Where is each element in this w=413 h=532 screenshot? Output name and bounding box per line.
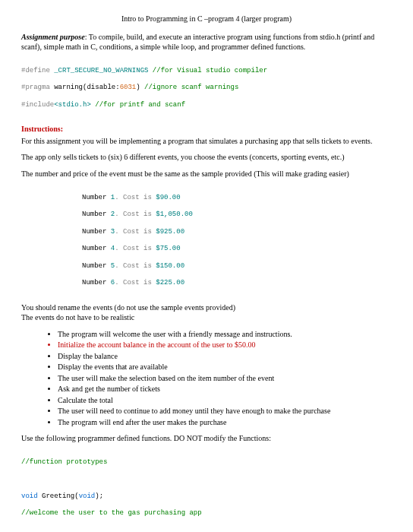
list-item: The program will end after the user make… (58, 417, 392, 428)
pragma-line: #pragma warning(disable:6031) //ignore s… (21, 84, 392, 92)
greeting-c1: //welcome the user to the gas purchasing… (21, 509, 392, 518)
cost-row: Number 5. Cost is $150.00 (82, 262, 392, 271)
include-line: #include<stdio.h> //for printf and scanf (21, 101, 392, 109)
cost-row: Number 1. Cost is $90.00 (82, 194, 392, 202)
cost-row: Number 4. Cost is $75.00 (82, 245, 392, 253)
list-item: The user will need to continue to add mo… (58, 406, 392, 416)
proto-comment: //function prototypes (21, 458, 392, 467)
list-item: Display the balance (58, 351, 392, 362)
instructions-p2: The app only sells tickets to (six) 6 di… (21, 152, 392, 163)
cost-list: Number 1. Cost is $90.00 Number 2. Cost … (21, 185, 392, 296)
page-title: Intro to Programming in C –program 4 (la… (21, 14, 392, 24)
rename-p1: You should rename the events (do not use… (21, 302, 392, 313)
cost-row: Number 6. Cost is $225.00 (82, 279, 392, 287)
list-item: Ask and get the number of tickets (58, 384, 392, 394)
list-item: The user will make the selection based o… (58, 373, 392, 384)
cost-row: Number 2. Cost is $1,050.00 (82, 211, 392, 219)
define-line: #define _CRT_SECURE_NO_WARNINGS //for Vi… (21, 67, 392, 75)
prototypes-block: //function prototypes void Greeting(void… (21, 450, 392, 533)
purpose-label: Assignment purpose (21, 33, 85, 41)
cost-row: Number 3. Cost is $925.00 (82, 228, 392, 236)
greeting-sig: void Greeting(void); (21, 492, 392, 501)
functions-intro: Use the following programmer defined fun… (21, 433, 392, 444)
instructions-heading: Instructions: (21, 124, 392, 135)
requirements-list: The program will welcome the user with a… (21, 329, 392, 428)
instructions-p1: For this assignment you will be implemen… (21, 136, 392, 147)
instructions-p3: The number and price of the event must b… (21, 169, 392, 179)
list-item: Display the events that are available (58, 362, 392, 372)
assignment-purpose: Assignment purpose: To compile, build, a… (21, 32, 392, 52)
rename-p2: The events do not have to be realistic (21, 312, 392, 323)
list-item: The program will welcome the user with a… (58, 329, 392, 340)
list-item: Calculate the total (58, 395, 392, 406)
preprocessor-block: #define _CRT_SECURE_NO_WARNINGS //for Vi… (21, 59, 392, 119)
list-item: Initialize the account balance in the ac… (58, 340, 392, 350)
